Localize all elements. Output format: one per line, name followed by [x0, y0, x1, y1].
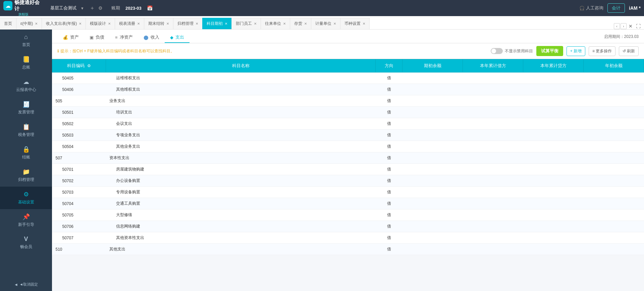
table-row[interactable]: 50406其他维权支出借	[52, 84, 644, 95]
table-row[interactable]: 50704交通工具购置借	[52, 198, 644, 209]
cell-year-bal[interactable]	[584, 95, 644, 107]
cell-balance[interactable]	[402, 118, 463, 130]
sidebar-item-guide[interactable]: 📌 新手引导	[0, 209, 52, 232]
service-button[interactable]: 🎧 人工咨询	[579, 5, 603, 11]
tab-unit-close[interactable]: ✕	[333, 22, 336, 26]
cell-balance[interactable]	[402, 107, 463, 118]
cell-balance[interactable]	[402, 244, 463, 255]
table-row[interactable]: 50701房屋建筑物购建借	[52, 164, 644, 175]
account-button[interactable]: 会计	[607, 3, 625, 13]
sidebar-item-home[interactable]: ⌂ 首页	[0, 30, 52, 52]
cell-ytd-dr[interactable]	[463, 118, 523, 130]
tab-mid[interactable]: ε(中期) ✕	[16, 18, 42, 29]
cell-year-bal[interactable]	[584, 164, 644, 175]
cell-year-bal[interactable]	[584, 152, 644, 164]
cell-ytd-cr[interactable]	[523, 244, 584, 255]
cell-ytd-dr[interactable]	[463, 141, 523, 152]
cell-ytd-dr[interactable]	[463, 244, 523, 255]
table-row[interactable]: 50503专项业务支出借	[52, 130, 644, 141]
table-row[interactable]: 50706信息网络购建借	[52, 221, 644, 232]
tab-income-report[interactable]: 收入支出表(年报) ✕	[42, 18, 86, 29]
table-row[interactable]: 510其他支出借	[52, 244, 644, 255]
tab-mid-close[interactable]: ✕	[35, 22, 38, 26]
cell-year-bal[interactable]	[584, 107, 644, 118]
cell-balance[interactable]	[402, 187, 463, 198]
company-dropdown-icon[interactable]: ▾	[81, 6, 84, 11]
cell-ytd-dr[interactable]	[463, 198, 523, 209]
cell-ytd-cr[interactable]	[523, 198, 584, 209]
sub-tab-net-asset[interactable]: ≡ 净资产	[110, 32, 138, 43]
tab-tax-close[interactable]: ✕	[137, 22, 140, 26]
cell-ytd-cr[interactable]	[523, 84, 584, 95]
tab-contacts[interactable]: 往来单位 ✕	[261, 18, 290, 29]
settings-icon[interactable]: ⚙	[98, 5, 103, 11]
cell-ytd-dr[interactable]	[463, 175, 523, 187]
table-row[interactable]: 50702办公设备购置借	[52, 175, 644, 187]
cell-ytd-cr[interactable]	[523, 107, 584, 118]
cell-ytd-cr[interactable]	[523, 164, 584, 175]
tab-close-all[interactable]: ✕	[627, 23, 634, 29]
cell-balance[interactable]	[402, 72, 463, 84]
cell-ytd-cr[interactable]	[523, 95, 584, 107]
cell-year-bal[interactable]	[584, 209, 644, 221]
tab-currency[interactable]: 币种设置 ✕	[340, 18, 370, 29]
col-code-settings-icon[interactable]: ⚙	[87, 63, 91, 68]
cell-ytd-dr[interactable]	[463, 221, 523, 232]
cell-balance[interactable]	[402, 198, 463, 209]
tab-scroll-left[interactable]: ‹	[614, 23, 620, 29]
add-tab-button[interactable]: ＋	[90, 5, 95, 12]
tab-inventory-close[interactable]: ✕	[304, 22, 307, 26]
cell-ytd-dr[interactable]	[463, 232, 523, 244]
tab-subject-init[interactable]: 科目期初 ✕	[202, 18, 232, 29]
tab-contacts-close[interactable]: ✕	[283, 22, 286, 26]
cell-balance[interactable]	[402, 221, 463, 232]
more-actions-button[interactable]: ≡ 更多操作	[589, 46, 615, 56]
cell-ytd-cr[interactable]	[523, 232, 584, 244]
table-row[interactable]: 50707其他资本性支出借	[52, 232, 644, 244]
table-wrapper[interactable]: 科目编码 ⚙ 科目名称 方向 期初余额 本年累计借方 本年累计贷方 年初余额 5…	[52, 59, 644, 291]
cell-ytd-cr[interactable]	[523, 187, 584, 198]
cell-year-bal[interactable]	[584, 221, 644, 232]
tab-fullscreen[interactable]: ⛶	[635, 23, 642, 29]
cell-year-bal[interactable]	[584, 130, 644, 141]
cell-year-bal[interactable]	[584, 118, 644, 130]
disabled-subject-toggle[interactable]	[491, 48, 503, 54]
sidebar-item-tax[interactable]: 📋 税务管理	[0, 119, 52, 142]
tab-unit[interactable]: 计量单位 ✕	[311, 18, 340, 29]
cell-year-bal[interactable]	[584, 232, 644, 244]
table-row[interactable]: 50502会议支出借	[52, 118, 644, 130]
cell-balance[interactable]	[402, 130, 463, 141]
tab-income-report-close[interactable]: ✕	[79, 22, 82, 26]
cell-year-bal[interactable]	[584, 244, 644, 255]
sidebar-item-close[interactable]: 🔒 结账	[0, 142, 52, 164]
cell-ytd-cr[interactable]	[523, 72, 584, 84]
tab-currency-close[interactable]: ✕	[363, 22, 365, 26]
add-button[interactable]: + 新增	[567, 46, 585, 56]
sidebar-item-ledger[interactable]: 📒 总账	[0, 52, 52, 74]
tab-inventory[interactable]: 存货 ✕	[290, 18, 311, 29]
cell-ytd-cr[interactable]	[523, 118, 584, 130]
table-row[interactable]: 50504其他业务支出借	[52, 141, 644, 152]
tab-tax[interactable]: 税表清册 ✕	[115, 18, 144, 29]
cell-ytd-cr[interactable]	[523, 175, 584, 187]
tab-period-close-close[interactable]: ✕	[166, 22, 169, 26]
sub-tab-liability[interactable]: ▣ 负债	[84, 32, 110, 43]
cell-ytd-dr[interactable]	[463, 130, 523, 141]
company-name[interactable]: 基层工会测试	[50, 5, 76, 11]
cell-ytd-dr[interactable]	[463, 164, 523, 175]
cell-year-bal[interactable]	[584, 84, 644, 95]
cell-balance[interactable]	[402, 141, 463, 152]
cell-ytd-dr[interactable]	[463, 72, 523, 84]
cell-balance[interactable]	[402, 175, 463, 187]
sub-tab-asset[interactable]: 💰 资产	[57, 32, 84, 43]
cell-ytd-dr[interactable]	[463, 209, 523, 221]
tab-archive[interactable]: 归档管理 ✕	[173, 18, 203, 29]
table-row[interactable]: 50501培训支出借	[52, 107, 644, 118]
balance-button[interactable]: 试算平衡	[536, 46, 563, 56]
cell-year-bal[interactable]	[584, 72, 644, 84]
cell-ytd-cr[interactable]	[523, 209, 584, 221]
cell-balance[interactable]	[402, 164, 463, 175]
tab-scroll-right[interactable]: ›	[621, 23, 627, 29]
sub-tab-expense[interactable]: ◆ 支出	[165, 32, 190, 43]
table-row[interactable]: 50405运维维权支出借	[52, 72, 644, 84]
